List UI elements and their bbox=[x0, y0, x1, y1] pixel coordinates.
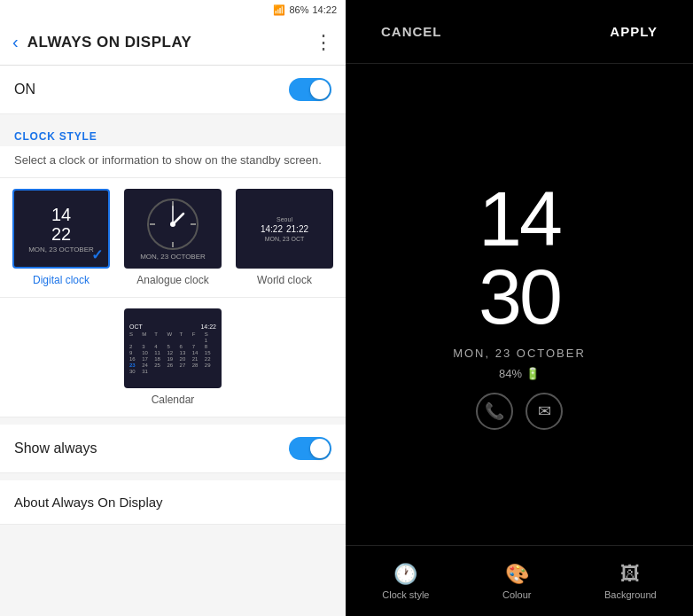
bottom-tabs: 🕐 Clock style 🎨 Colour 🖼 Background bbox=[346, 545, 693, 616]
analogue-date: MON, 23 OCTOBER bbox=[140, 253, 206, 261]
digital-clock-label: Digital clock bbox=[33, 274, 90, 286]
more-options-button[interactable]: ⋮ bbox=[314, 31, 333, 54]
clock-style-description: Select a clock or information to show on… bbox=[0, 146, 346, 178]
colour-tab-icon: 🎨 bbox=[505, 563, 529, 586]
preview-notification-icons: 📞 ✉ bbox=[476, 393, 563, 430]
left-panel: 📶 86% 14:22 ‹ ALWAYS ON DISPLAY ⋮ ON CLO… bbox=[0, 0, 346, 616]
clock-style-tab-label: Clock style bbox=[382, 589, 429, 600]
preview-minute: 30 bbox=[479, 258, 560, 336]
calendar-thumb-inner: OCT 14:22 SMTWTFS 1 2345678 910111213141… bbox=[126, 320, 220, 378]
calendar-option-row: OCT 14:22 SMTWTFS 1 2345678 910111213141… bbox=[0, 298, 346, 417]
background-tab-label: Background bbox=[604, 589, 657, 600]
tab-clock-style[interactable]: 🕐 Clock style bbox=[382, 563, 429, 600]
cal-time: 14:22 bbox=[200, 324, 216, 330]
cal-grid: SMTWTFS 1 2345678 9101112131415 16171819… bbox=[129, 331, 216, 374]
email-icon: ✉ bbox=[526, 393, 563, 430]
on-label: ON bbox=[14, 82, 289, 97]
colour-tab-label: Colour bbox=[502, 589, 531, 600]
right-panel: CANCEL APPLY 14 30 MON, 23 OCTOBER 84% 🔋… bbox=[346, 0, 693, 616]
signal-icon: 📶 bbox=[273, 4, 285, 16]
analogue-clock-svg bbox=[146, 198, 199, 251]
cal-header: OCT 14:22 bbox=[129, 324, 216, 330]
right-header: CANCEL APPLY bbox=[346, 0, 693, 64]
analogue-clock-thumb: MON, 23 OCTOBER bbox=[124, 189, 222, 269]
preview-area: 14 30 MON, 23 OCTOBER 84% 🔋 📞 ✉ bbox=[346, 64, 693, 545]
missed-call-icon: 📞 bbox=[476, 393, 513, 430]
battery-percentage: 84% bbox=[499, 367, 522, 380]
world-time-2: 21:22 bbox=[286, 224, 308, 234]
preview-date: MON, 23 OCTOBER bbox=[453, 347, 586, 360]
background-tab-icon: 🖼 bbox=[620, 563, 640, 586]
svg-point-7 bbox=[170, 222, 175, 227]
calendar-label: Calendar bbox=[152, 394, 195, 406]
tab-colour[interactable]: 🎨 Colour bbox=[502, 563, 531, 600]
divider-2 bbox=[0, 417, 346, 425]
clock-style-tab-icon: 🕐 bbox=[393, 563, 417, 586]
back-button[interactable]: ‹ bbox=[12, 32, 19, 52]
preview-hour: 14 bbox=[479, 180, 560, 258]
clock-style-section-label: CLOCK STYLE bbox=[0, 121, 346, 146]
status-time: 14:22 bbox=[312, 4, 337, 15]
digital-clock-thumb: 1422 MON, 23 OCTOBER ✓ bbox=[12, 189, 110, 269]
cancel-button[interactable]: CANCEL bbox=[372, 17, 451, 46]
settings-content: ON CLOCK STYLE Select a clock or informa… bbox=[0, 66, 346, 616]
clock-option-calendar[interactable]: OCT 14:22 SMTWTFS 1 2345678 910111213141… bbox=[124, 308, 222, 406]
show-always-row: Show always bbox=[0, 425, 346, 473]
status-bar: 📶 86% 14:22 bbox=[0, 0, 346, 19]
world-label: Seoul bbox=[261, 216, 308, 222]
divider-1 bbox=[0, 114, 346, 121]
page-title: ALWAYS ON DISPLAY bbox=[27, 34, 314, 51]
preview-battery: 84% 🔋 bbox=[499, 367, 540, 380]
world-clock-thumb: Seoul 14:22 21:22 MON, 23 OCT bbox=[236, 189, 333, 269]
calendar-thumb: OCT 14:22 SMTWTFS 1 2345678 910111213141… bbox=[124, 308, 222, 388]
world-time-1: 14:22 bbox=[261, 224, 283, 234]
on-toggle-row: ON bbox=[0, 66, 346, 114]
divider-3 bbox=[0, 473, 346, 480]
page-header: ‹ ALWAYS ON DISPLAY ⋮ bbox=[0, 19, 346, 66]
world-times: 14:22 21:22 bbox=[261, 224, 308, 234]
world-clock-inner: Seoul 14:22 21:22 MON, 23 OCT bbox=[257, 213, 312, 246]
on-toggle[interactable] bbox=[289, 78, 331, 101]
apply-button[interactable]: APPLY bbox=[601, 17, 666, 46]
clock-option-digital[interactable]: 1422 MON, 23 OCTOBER ✓ Digital clock bbox=[9, 189, 113, 286]
analogue-clock-label: Analogue clock bbox=[136, 274, 208, 286]
clock-option-analogue[interactable]: MON, 23 OCTOBER Analogue clock bbox=[121, 189, 225, 286]
digital-clock-date: MON, 23 OCTOBER bbox=[28, 246, 94, 253]
digital-clock-time: 1422 bbox=[51, 205, 71, 244]
clock-option-world[interactable]: Seoul 14:22 21:22 MON, 23 OCT World cloc… bbox=[232, 189, 337, 286]
show-always-label: Show always bbox=[14, 441, 289, 456]
about-always-on-display[interactable]: About Always On Display bbox=[0, 480, 346, 525]
selected-check: ✓ bbox=[91, 246, 103, 263]
world-clock-label: World clock bbox=[257, 274, 312, 286]
battery-text: 86% bbox=[289, 4, 308, 15]
world-date: MON, 23 OCT bbox=[261, 236, 308, 242]
battery-icon: 🔋 bbox=[526, 367, 540, 380]
cal-month: OCT bbox=[129, 324, 143, 330]
preview-time-display: 14 30 bbox=[479, 180, 560, 336]
clock-options-grid: 1422 MON, 23 OCTOBER ✓ Digital clock bbox=[0, 178, 346, 298]
tab-background[interactable]: 🖼 Background bbox=[604, 563, 657, 600]
show-always-toggle[interactable] bbox=[289, 437, 331, 460]
